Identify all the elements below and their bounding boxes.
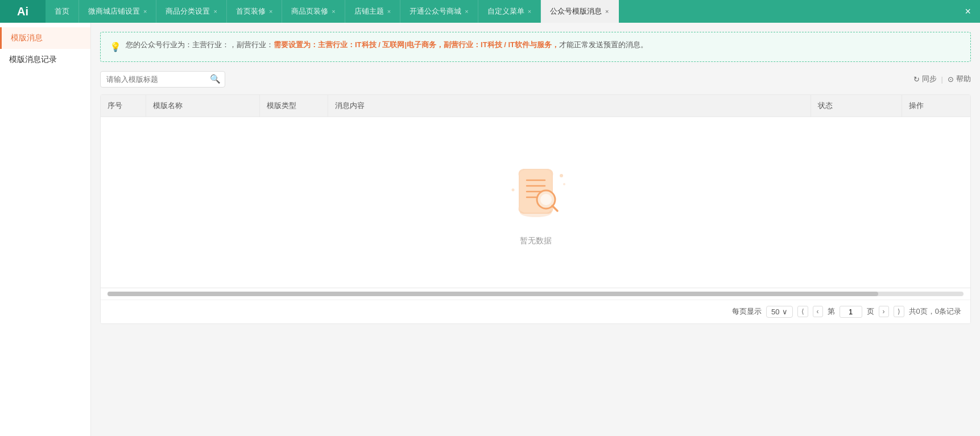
- nav-tab-close-6[interactable]: ×: [465, 8, 468, 15]
- nav-tab-2[interactable]: 商品分类设置×: [156, 0, 226, 23]
- main-layout: 模版消息模版消息记录 💡 您的公众号行业为：主营行业：，副营行业：需要设置为：主…: [0, 23, 980, 436]
- page-unit: 页: [867, 306, 874, 317]
- sync-icon: ↻: [913, 75, 920, 84]
- prev-page-button[interactable]: ‹: [813, 306, 823, 317]
- per-page-select[interactable]: 50 ∨: [766, 306, 792, 318]
- nav-tab-3[interactable]: 首页装修×: [227, 0, 282, 23]
- data-table: 序号 模版名称 模版类型 消息内容 状态 操作: [100, 94, 971, 324]
- last-page-button[interactable]: ⟩: [894, 306, 904, 317]
- scrollbar-track[interactable]: [107, 292, 964, 296]
- search-input-wrapper: 🔍: [100, 71, 225, 88]
- empty-illustration: [502, 159, 570, 227]
- sidebar-item-0[interactable]: 模版消息: [0, 27, 90, 49]
- table-body-empty: 暂无数据: [101, 117, 970, 288]
- svg-point-9: [563, 183, 565, 185]
- sidebar: 模版消息模版消息记录: [0, 23, 91, 436]
- brand-text: Ai: [17, 5, 28, 18]
- help-button[interactable]: ⊙ 帮助: [948, 74, 971, 84]
- alert-notice: 💡 您的公众号行业为：主营行业：，副营行业：需要设置为：主营行业：IT科技 / …: [100, 32, 971, 62]
- nav-tab-1[interactable]: 微商城店铺设置×: [79, 0, 156, 23]
- divider: |: [941, 75, 943, 84]
- brand-logo: Ai: [0, 0, 46, 23]
- search-input[interactable]: [100, 71, 225, 88]
- help-label: 帮助: [956, 74, 971, 84]
- page-label: 第: [828, 306, 835, 317]
- col-status: 状态: [811, 95, 902, 117]
- col-name: 模版名称: [146, 95, 260, 117]
- table-header: 序号 模版名称 模版类型 消息内容 状态 操作: [101, 95, 970, 117]
- page-input[interactable]: [840, 306, 862, 318]
- nav-tabs-container: 首页微商城店铺设置×商品分类设置×首页装修×商品页装修×店铺主题×开通公众号商城…: [46, 0, 956, 23]
- col-type: 模版类型: [260, 95, 328, 117]
- nav-tab-6[interactable]: 开通公众号商城×: [400, 0, 478, 23]
- sync-button[interactable]: ↻ 同步: [913, 74, 937, 84]
- global-close-button[interactable]: ×: [956, 6, 980, 18]
- alert-highlight: 需要设置为：主营行业：IT科技 / 互联网|电子商务，副营行业：IT科技 / I…: [274, 40, 559, 49]
- col-action: 操作: [902, 95, 970, 117]
- nav-tab-close-5[interactable]: ×: [387, 8, 391, 15]
- per-page-value: 50: [771, 308, 779, 316]
- sync-label: 同步: [922, 74, 937, 84]
- nav-tab-close-1[interactable]: ×: [143, 8, 147, 15]
- help-icon: ⊙: [948, 75, 954, 84]
- main-content: 💡 您的公众号行业为：主营行业：，副营行业：需要设置为：主营行业：IT科技 / …: [91, 23, 980, 436]
- nav-tab-close-4[interactable]: ×: [332, 8, 335, 15]
- nav-tab-close-8[interactable]: ×: [605, 8, 609, 15]
- nav-tab-0[interactable]: 首页: [46, 0, 79, 23]
- nav-tab-close-3[interactable]: ×: [269, 8, 272, 15]
- nav-tab-close-2[interactable]: ×: [213, 8, 217, 15]
- alert-icon: 💡: [110, 40, 121, 55]
- svg-point-6: [540, 194, 552, 205]
- empty-text: 暂无数据: [520, 236, 552, 246]
- scrollbar-thumb[interactable]: [107, 292, 878, 296]
- svg-line-7: [552, 206, 557, 211]
- search-bar: 🔍 ↻ 同步 | ⊙ 帮助: [100, 71, 971, 88]
- search-button[interactable]: 🔍: [210, 74, 221, 84]
- alert-prefix: 您的公众号行业为：主营行业：，副营行业：: [126, 40, 274, 49]
- col-content: 消息内容: [328, 95, 811, 117]
- nav-tab-7[interactable]: 自定义菜单×: [478, 0, 541, 23]
- sidebar-item-1[interactable]: 模版消息记录: [0, 49, 90, 70]
- nav-tab-close-7[interactable]: ×: [528, 8, 531, 15]
- nav-tab-4[interactable]: 商品页装修×: [282, 0, 345, 23]
- horizontal-scrollbar[interactable]: [101, 288, 970, 300]
- nav-tab-8[interactable]: 公众号模版消息×: [541, 0, 618, 23]
- svg-point-8: [560, 174, 563, 177]
- col-seq: 序号: [101, 95, 146, 117]
- svg-point-10: [511, 188, 514, 191]
- alert-text: 您的公众号行业为：主营行业：，副营行业：需要设置为：主营行业：IT科技 / 互联…: [126, 39, 648, 51]
- first-page-button[interactable]: ⟨: [797, 306, 808, 317]
- top-navigation: Ai 首页微商城店铺设置×商品分类设置×首页装修×商品页装修×店铺主题×开通公众…: [0, 0, 980, 23]
- per-page-label: 每页显示: [732, 306, 762, 317]
- per-page-dropdown-icon: ∨: [782, 308, 788, 316]
- next-page-button[interactable]: ›: [879, 306, 889, 317]
- total-text: 共0页，0条记录: [909, 306, 961, 317]
- pagination: 每页显示 50 ∨ ⟨ ‹ 第 页 › ⟩ 共0页，0条记录: [101, 300, 970, 323]
- nav-tab-5[interactable]: 店铺主题×: [345, 0, 400, 23]
- alert-suffix: 才能正常发送预置的消息。: [559, 40, 648, 49]
- search-bar-right: ↻ 同步 | ⊙ 帮助: [913, 74, 971, 84]
